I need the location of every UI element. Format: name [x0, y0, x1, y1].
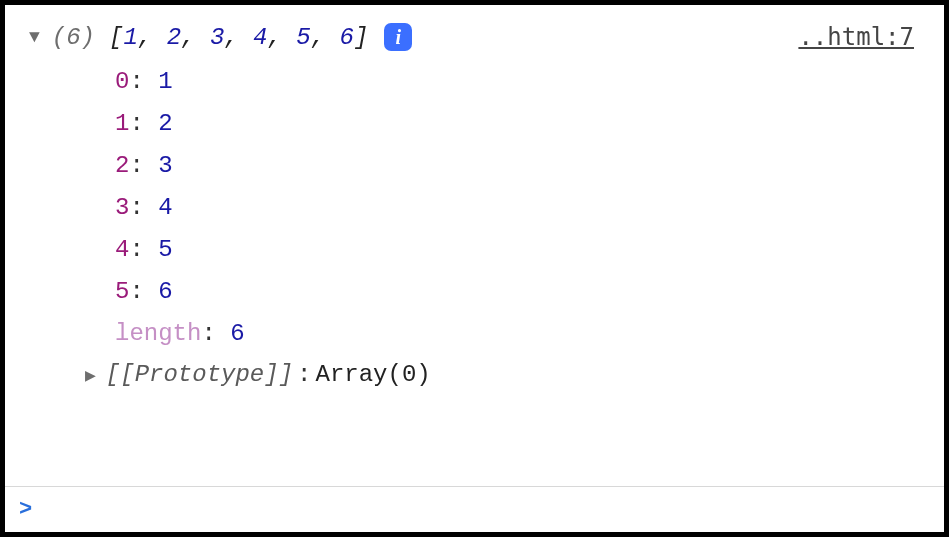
entry-index: 1 [115, 110, 129, 137]
separator: , [311, 24, 340, 51]
entry-index: 3 [115, 194, 129, 221]
array-entry[interactable]: 4: 5 [115, 229, 920, 271]
open-bracket: [ [109, 24, 123, 51]
array-entry[interactable]: 5: 6 [115, 271, 920, 313]
entry-value: 6 [158, 278, 172, 305]
array-preview: [1, 2, 3, 4, 5, 6] [109, 24, 368, 51]
colon: : [129, 110, 158, 137]
close-bracket: ] [354, 24, 368, 51]
separator: , [224, 24, 253, 51]
entry-value: 1 [158, 68, 172, 95]
colon: : [129, 68, 158, 95]
array-entry[interactable]: 0: 1 [115, 61, 920, 103]
preview-value: 3 [210, 24, 224, 51]
console-input-row[interactable]: > [5, 486, 944, 532]
length-property[interactable]: length: 6 [115, 313, 920, 355]
preview-value: 2 [167, 24, 181, 51]
length-label: length [115, 320, 201, 347]
colon: : [297, 361, 311, 388]
entry-index: 4 [115, 236, 129, 263]
colon: : [129, 236, 158, 263]
prototype-value: Array(0) [315, 361, 430, 388]
preview-value: 6 [340, 24, 354, 51]
separator: , [181, 24, 210, 51]
array-length-paren: (6) [52, 24, 95, 51]
prototype-row[interactable]: [[Prototype]]: Array(0) [85, 361, 920, 388]
entry-index: 0 [115, 68, 129, 95]
preview-value: 4 [253, 24, 267, 51]
disclosure-triangle-down-icon[interactable] [29, 27, 40, 47]
entry-index: 2 [115, 152, 129, 179]
length-value: 6 [230, 320, 244, 347]
entry-value: 5 [158, 236, 172, 263]
entry-value: 4 [158, 194, 172, 221]
prompt-chevron-icon: > [19, 497, 32, 522]
disclosure-triangle-right-icon[interactable] [85, 364, 96, 386]
colon: : [129, 152, 158, 179]
colon: : [201, 320, 230, 347]
entry-value: 3 [158, 152, 172, 179]
console-panel: (6) [1, 2, 3, 4, 5, 6] i ..html:7 0: 1 1… [0, 0, 949, 537]
entry-index: 5 [115, 278, 129, 305]
preview-value: 5 [296, 24, 310, 51]
colon: : [129, 194, 158, 221]
separator: , [268, 24, 297, 51]
info-icon[interactable]: i [384, 23, 412, 51]
array-entry[interactable]: 3: 4 [115, 187, 920, 229]
array-entries: 0: 1 1: 2 2: 3 3: 4 4: 5 5: 6 length: 6 [115, 61, 920, 355]
log-summary-row: (6) [1, 2, 3, 4, 5, 6] i ..html:7 [29, 23, 920, 51]
entry-value: 2 [158, 110, 172, 137]
source-link[interactable]: ..html:7 [798, 23, 914, 51]
preview-value: 1 [123, 24, 137, 51]
array-summary[interactable]: (6) [1, 2, 3, 4, 5, 6] i [29, 23, 412, 51]
array-entry[interactable]: 2: 3 [115, 145, 920, 187]
array-entry[interactable]: 1: 2 [115, 103, 920, 145]
separator: , [138, 24, 167, 51]
colon: : [129, 278, 158, 305]
prototype-label: [[Prototype]] [106, 361, 293, 388]
